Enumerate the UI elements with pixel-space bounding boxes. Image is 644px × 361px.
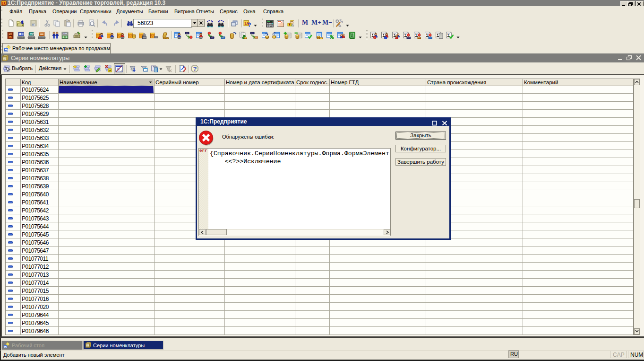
svg-text:1C: 1C <box>2 1 7 6</box>
svg-text:?: ? <box>248 22 251 28</box>
svg-text:89: 89 <box>63 33 65 35</box>
svg-text:?: ? <box>193 65 197 72</box>
